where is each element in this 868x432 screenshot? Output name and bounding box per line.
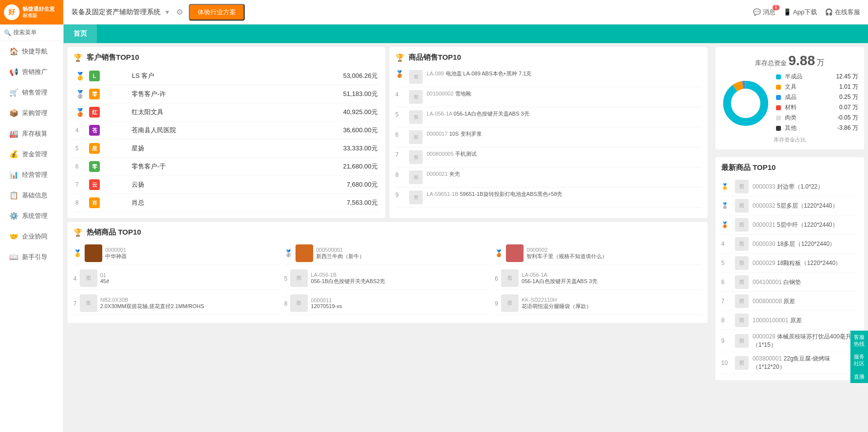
legend-value: 0.07 万 — [839, 103, 858, 112]
rank-number: 🥇 — [73, 67, 87, 85]
app-download-button[interactable]: 📱 App下载 — [783, 8, 817, 17]
np-rank: 4 — [721, 240, 731, 247]
ps-info: LA-056-1A 056-1A白色按键开关盖ABS 3壳 — [427, 110, 702, 118]
np-rank: 5 — [721, 260, 731, 266]
customer-sales-row: 8 肖 肖总 7,563.00元 — [73, 194, 380, 212]
inventory-chart-container: 半成品 12.45 万 文具 1.01 万 成品 0.25 万 材料 0.07 … — [721, 72, 858, 134]
ps-info: 001000002 雪地靴 — [427, 90, 702, 97]
tab-home[interactable]: 首页 — [64, 24, 97, 43]
sidebar-item-finance[interactable]: 💰 资金管理 — [0, 144, 63, 165]
ps-rank: 9 — [395, 191, 405, 198]
purchase-icon: 📦 — [9, 109, 18, 118]
ps-img: 图 — [409, 90, 423, 104]
ps-img: 图 — [409, 191, 423, 204]
topbar: 装备及固定资产辅助管理系统 ▼ ⚙ 体验行业方案 💬 消息 6 📱 App下载 … — [64, 0, 868, 24]
np-rank: 6 — [721, 279, 731, 286]
legend-label-text: 文具 — [785, 83, 797, 91]
topbar-right: 💬 消息 6 📱 App下载 🎧 在线客服 — [753, 8, 860, 17]
sidebar-item-purchase[interactable]: 📦 采购管理 — [0, 103, 63, 123]
customer-sales-table: 🥇 L LS 客户 53,006.26元 🥈 零 零售客户-许 51,183.0… — [73, 67, 380, 212]
customer-name: 零售客户-许 — [129, 85, 270, 103]
customer-name: 肖总 — [129, 194, 270, 212]
customer-badge: L — [87, 67, 129, 85]
basic-icon: 📋 — [9, 191, 18, 200]
hot-product-info: 000500001 新西兰牛肉（新牛） — [316, 247, 491, 260]
product-sales-section: 🏆 商品销售TOP10 🥉 图 LA-089 电池盖 LA-089 ABS本色+… — [389, 47, 708, 218]
customer-name: 星扬 — [129, 140, 270, 158]
ps-rank: 7 — [395, 150, 405, 158]
ps-img: 图 — [409, 170, 423, 184]
logo-title: 畅捷通好生意 — [23, 6, 55, 12]
customer-badge: 红 — [87, 103, 129, 121]
sidebar-item-guide[interactable]: 📖 新手引导 — [0, 247, 63, 267]
np-info: 0000033 封边带（1.0*22） — [753, 183, 858, 191]
legend-label-text: 肉类 — [785, 114, 797, 122]
sidebar-item-system[interactable]: ⚙️ 系统管理 — [0, 206, 63, 226]
legend-color-dot — [776, 126, 781, 131]
sidebar-item-collab[interactable]: 🤝 企业协同 — [0, 226, 63, 247]
headset-icon: 🎧 — [825, 8, 833, 16]
ps-info: 0000017 10S 变利罗浆 — [427, 130, 702, 138]
newest-product-row: 7 图 000800008 原差 — [721, 292, 858, 311]
search-menu[interactable]: 🔍 搜索菜单 — [0, 24, 63, 41]
np-img: 图 — [735, 237, 749, 251]
rank-number: 8 — [73, 194, 87, 212]
legend-color-dot — [776, 105, 781, 110]
main-area: 装备及固定资产辅助管理系统 ▼ ⚙ 体验行业方案 💬 消息 6 📱 App下载 … — [64, 0, 868, 432]
sidebar-item-inventory[interactable]: 🏭 库存核算 — [0, 123, 63, 144]
float-btn-service[interactable]: 客服热线 — [850, 331, 868, 351]
np-info: 10000100001 原差 — [753, 316, 858, 325]
product-thumbnail: 图 — [501, 269, 519, 287]
settings-icon[interactable]: ⚙ — [176, 7, 183, 17]
customer-sales-row: 🥉 红 红太阳文具 40,925.00元 — [73, 103, 380, 121]
rank-number: 🥉 — [73, 103, 87, 121]
ps-info: LA-089 电池盖 LA-089 ABS本色+黑种 7.1克 — [427, 70, 702, 77]
np-rank: 10 — [721, 360, 731, 366]
hot-product-item: 🥈 000500001 新西兰牛肉（新牛） — [284, 242, 491, 265]
legend-label-text: 材料 — [785, 103, 797, 112]
guide-icon: 📖 — [9, 253, 18, 262]
np-img: 图 — [735, 180, 749, 193]
legend-item: 其他 -3.86 万 — [776, 124, 858, 132]
customer-badge: 肖 — [87, 194, 129, 212]
product-sales-row: 7 图 000800005 手机测试 — [395, 147, 702, 168]
online-service-button[interactable]: 🎧 在线客服 — [825, 8, 860, 17]
trial-button[interactable]: 体验行业方案 — [189, 4, 245, 21]
system-selector[interactable]: 装备及固定资产辅助管理系统 ▼ — [71, 8, 170, 17]
svg-point-5 — [733, 91, 758, 116]
sales-icon: 🛒 — [9, 88, 18, 97]
legend-value: 12.45 万 — [836, 72, 858, 81]
sidebar-item-shortcut[interactable]: 🏠 快捷导航 — [0, 41, 63, 62]
ps-img: 图 — [409, 150, 423, 164]
float-btn-community[interactable]: 服务社区 — [850, 350, 868, 370]
np-img: 图 — [735, 334, 749, 348]
inventory-icon: 🏭 — [9, 129, 18, 138]
sidebar-item-basic[interactable]: 📋 基础信息 — [0, 185, 63, 206]
message-button[interactable]: 💬 消息 6 — [753, 8, 776, 17]
newest-product-row: 6 图 004100001 白钢垫 — [721, 273, 858, 292]
customer-amount: 7,563.00元 — [270, 194, 380, 212]
np-info: 0000028 体械蔗枝味苏打饮品400毫升（1*15） — [753, 333, 858, 349]
hot-product-item: 7 图 NB2.0X30B 2.0X30MM双搓花轴,搓花直径2.1MM/ROH… — [73, 292, 280, 315]
customer-amount: 36,600.00元 — [270, 121, 380, 140]
sidebar-item-sales[interactable]: 🛒 销售管理 — [0, 82, 63, 103]
customer-sales-row: 4 苍 苍南县人民医院 36,600.00元 — [73, 121, 380, 140]
sidebar-item-operation[interactable]: 📊 经营管理 — [0, 165, 63, 185]
customer-amount: 53,006.26元 — [270, 67, 380, 85]
np-rank: 9 — [721, 337, 731, 344]
newest-product-row: 🥉 图 0000031 5层中纤（1220*2440） — [721, 216, 858, 235]
hot-product-info: 0000011 12070519-xs — [311, 297, 491, 309]
float-btn-live[interactable]: 直播 — [850, 370, 868, 383]
np-rank: 🥇 — [721, 183, 731, 190]
product-thumbnail: 图 — [290, 294, 308, 312]
sidebar-item-marketing[interactable]: 📢 营销推广 — [0, 62, 63, 82]
newest-product-row: 5 图 0000029 18颗粒板（1220*2440） — [721, 254, 858, 273]
np-rank: 🥈 — [721, 202, 731, 209]
product-sales-row: 9 图 LA-59651-1B 59651-1B旋转投影灯电池盒ABS黑色+58… — [395, 188, 702, 208]
inventory-header: 库存总资金 9.88 万 — [721, 53, 858, 69]
product-thumbnail — [506, 244, 524, 262]
ps-img: 图 — [409, 130, 423, 144]
product-thumbnail: 图 — [80, 294, 97, 312]
rank-number: 6 — [73, 158, 87, 176]
customer-badge: 零 — [87, 85, 129, 103]
